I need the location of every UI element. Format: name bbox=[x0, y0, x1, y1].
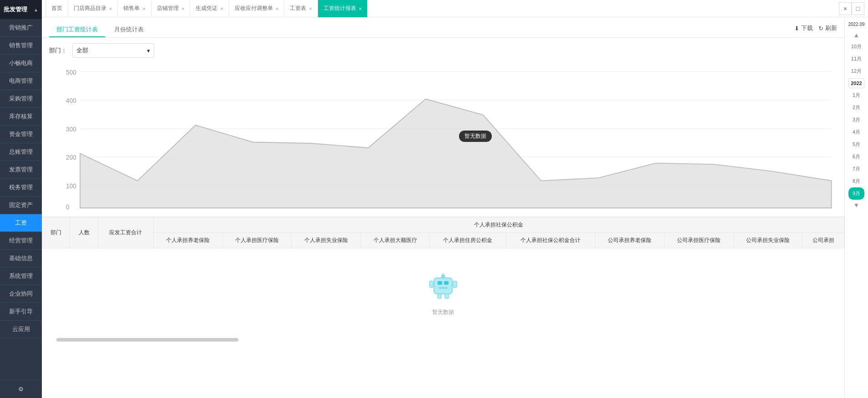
col-6: 公司承担养老保险 bbox=[595, 233, 664, 248]
timeline-month-4月[interactable]: 4月 bbox=[847, 126, 866, 138]
svg-rect-19 bbox=[453, 281, 457, 287]
timeline-up-button[interactable]: ▲ bbox=[852, 30, 862, 40]
settings-button[interactable]: ⚙ bbox=[0, 380, 42, 398]
maximize-button[interactable]: □ bbox=[852, 2, 864, 15]
sub-tabs-right: ⬇ 下载 ↻ 刷新 bbox=[794, 24, 837, 36]
filter-label: 部门： bbox=[49, 46, 67, 55]
svg-text:200: 200 bbox=[66, 154, 76, 161]
sidebar-item-小畅电商[interactable]: 小畅电商 bbox=[0, 55, 42, 72]
sidebar-item-发票管理[interactable]: 发票管理 bbox=[0, 161, 42, 179]
chart-area: 500 400 300 200 100 0 bbox=[42, 63, 844, 217]
refresh-button[interactable]: ↻ 刷新 bbox=[818, 24, 837, 32]
sub-tabs: 部门工资统计表 月份统计表 ⬇ 下载 ↻ 刷新 bbox=[42, 17, 844, 38]
sidebar-item-企业协同[interactable]: 企业协同 bbox=[0, 285, 42, 303]
timeline-month-7月[interactable]: 7月 bbox=[847, 163, 866, 175]
col-4: 个人承担住房公积金 bbox=[429, 233, 505, 248]
svg-text:100: 100 bbox=[66, 183, 76, 190]
sidebar-item-库存核算[interactable]: 库存核算 bbox=[0, 108, 42, 126]
empty-state-row: 暂无数据 bbox=[42, 248, 844, 335]
filter-bar: 部门： 全部 ▾ bbox=[42, 38, 844, 63]
download-button[interactable]: ⬇ 下载 bbox=[794, 24, 813, 32]
tab-monthly-stats[interactable]: 月份统计表 bbox=[107, 23, 151, 37]
col-5: 个人承担社保公积金合计 bbox=[505, 233, 595, 248]
tab-首页[interactable]: 首页 bbox=[45, 0, 68, 17]
page-content: 部门工资统计表 月份统计表 ⬇ 下载 ↻ 刷新 部门： bbox=[42, 17, 844, 398]
tab-生成凭证[interactable]: 生成凭证× bbox=[190, 0, 229, 17]
timeline-month-11月[interactable]: 11月 bbox=[847, 53, 866, 65]
svg-rect-12 bbox=[434, 278, 452, 294]
sidebar-item-总账管理[interactable]: 总账管理 bbox=[0, 143, 42, 161]
timeline-month-6月[interactable]: 6月 bbox=[847, 151, 866, 163]
timeline-month-8月[interactable]: 8月 bbox=[847, 175, 866, 187]
sidebar-item-新手引导[interactable]: 新手引导 bbox=[0, 303, 42, 321]
timeline-month-5月[interactable]: 5月 bbox=[847, 138, 866, 151]
tab-工资表[interactable]: 工资表× bbox=[284, 0, 318, 17]
empty-label: 暂无数据 bbox=[432, 308, 454, 316]
timeline-month-1月[interactable]: 1月 bbox=[847, 89, 866, 101]
chevron-down-icon: ▾ bbox=[147, 47, 150, 54]
timeline-month-2月[interactable]: 2月 bbox=[847, 101, 866, 114]
svg-rect-17 bbox=[443, 273, 444, 276]
timeline-down-button[interactable]: ▼ bbox=[852, 200, 862, 211]
sidebar-item-销售管理[interactable]: 销售管理 bbox=[0, 37, 42, 55]
col-headcount: 人数 bbox=[70, 217, 98, 248]
svg-text:0: 0 bbox=[66, 204, 70, 211]
sidebar-item-经营管理[interactable]: 经营管理 bbox=[0, 232, 42, 250]
tab-close-icon[interactable]: × bbox=[359, 6, 362, 11]
sidebar-header[interactable]: 批发管理 ▲ bbox=[0, 0, 42, 19]
tab-close-icon[interactable]: × bbox=[182, 6, 184, 11]
tab-close-icon[interactable]: × bbox=[276, 6, 278, 11]
svg-text:300: 300 bbox=[66, 126, 76, 133]
tab-dept-salary[interactable]: 部门工资统计表 bbox=[49, 23, 105, 37]
sidebar-item-营销推广[interactable]: 营销推广 bbox=[0, 19, 42, 37]
sidebar-arrow: ▲ bbox=[34, 7, 38, 12]
department-select-value: 全部 bbox=[76, 46, 88, 55]
sidebar-title: 批发管理 bbox=[4, 5, 27, 14]
col-7: 公司承担医疗保险 bbox=[664, 233, 733, 248]
sidebar-item-工资[interactable]: 工资 bbox=[0, 214, 42, 232]
empty-state: 暂无数据 bbox=[42, 248, 844, 334]
tab-close-icon[interactable]: × bbox=[220, 6, 223, 11]
tab-close-icon[interactable]: × bbox=[142, 6, 145, 11]
close-window-button[interactable]: × bbox=[839, 2, 852, 15]
sidebar-item-税务管理[interactable]: 税务管理 bbox=[0, 179, 42, 196]
timeline-month-3月[interactable]: 3月 bbox=[847, 114, 866, 126]
svg-text:500: 500 bbox=[66, 69, 76, 76]
tab-close-icon[interactable]: × bbox=[109, 6, 112, 11]
tab-店铺管理[interactable]: 店铺管理× bbox=[151, 0, 190, 17]
tab-门店商品目录[interactable]: 门店商品目录× bbox=[68, 0, 118, 17]
tab-应收应付调整单[interactable]: 应收应付调整单× bbox=[229, 0, 284, 17]
timeline-month-9月[interactable]: 9月 bbox=[848, 187, 864, 200]
col-3: 个人承担大额医疗 bbox=[361, 233, 430, 248]
tab-工资统计报表[interactable]: 工资统计报表× bbox=[318, 0, 368, 17]
svg-rect-21 bbox=[445, 294, 449, 298]
sidebar-item-电商管理[interactable]: 电商管理 bbox=[0, 72, 42, 90]
sidebar-item-系统管理[interactable]: 系统管理 bbox=[0, 267, 42, 285]
timeline-month-12月[interactable]: 12月 bbox=[847, 65, 866, 77]
department-select[interactable]: 全部 ▾ bbox=[72, 43, 154, 58]
tab-close-icon[interactable]: × bbox=[309, 6, 312, 11]
tab-bar-end: × □ bbox=[839, 2, 864, 15]
col-dept: 部门 bbox=[42, 217, 70, 248]
timeline-year-2022[interactable]: 2022 bbox=[848, 78, 864, 88]
svg-rect-20 bbox=[438, 294, 441, 298]
salary-chart: 500 400 300 200 100 0 bbox=[49, 63, 837, 217]
chart-area-fill bbox=[80, 99, 832, 208]
col-2: 个人承担失业保险 bbox=[292, 233, 361, 248]
table-scroll-bar[interactable] bbox=[56, 338, 238, 342]
content-area: 部门工资统计表 月份统计表 ⬇ 下载 ↻ 刷新 部门： bbox=[42, 17, 868, 398]
sidebar-item-资金管理[interactable]: 资金管理 bbox=[0, 126, 42, 143]
table-area[interactable]: 部门 人数 应发工资合计 个人承担社保公积金 个人承担养老保险个人承担医疗保险个… bbox=[42, 217, 844, 398]
sidebar-item-固定资产[interactable]: 固定资产 bbox=[0, 196, 42, 214]
timeline-month-10月[interactable]: 10月 bbox=[847, 40, 866, 53]
svg-rect-18 bbox=[429, 281, 433, 287]
sidebar-item-采购管理[interactable]: 采购管理 bbox=[0, 90, 42, 108]
tab-销售单[interactable]: 销售单× bbox=[118, 0, 151, 17]
sidebar-item-基础信息[interactable]: 基础信息 bbox=[0, 250, 42, 267]
download-icon: ⬇ bbox=[794, 25, 799, 32]
col-0: 个人承担养老保险 bbox=[153, 233, 222, 248]
sidebar-item-云应用[interactable]: 云应用 bbox=[0, 321, 42, 338]
chart-tooltip: 暂无数据 bbox=[459, 131, 492, 142]
col-9: 公司承担 bbox=[802, 233, 844, 248]
svg-rect-15 bbox=[439, 287, 448, 289]
